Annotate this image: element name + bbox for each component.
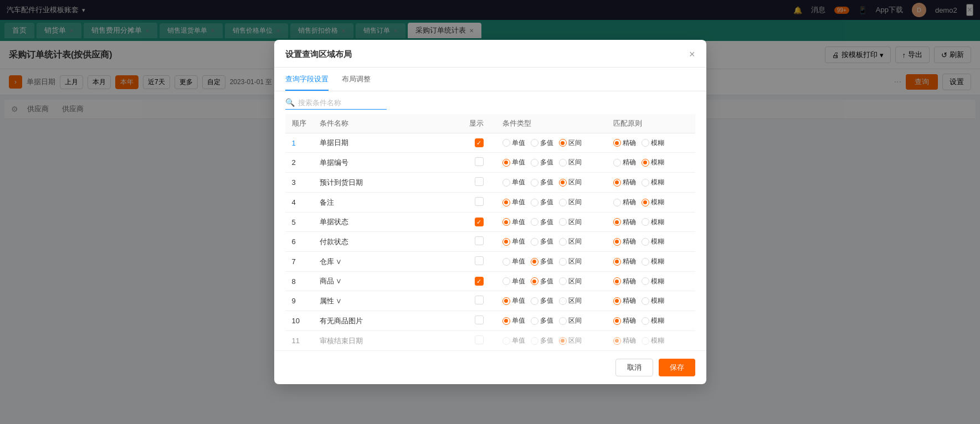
radio-match-fuzzy[interactable]: 模糊	[642, 277, 664, 286]
radio-type-range[interactable]: 区间	[559, 138, 582, 148]
radio-type-single[interactable]: 单值	[502, 277, 525, 286]
radio-match-exact[interactable]: 精确	[613, 138, 636, 148]
radio-type-multi[interactable]: 多值	[531, 218, 553, 227]
radio-type-range[interactable]: 区间	[559, 158, 582, 167]
radio-match-exact[interactable]: 精确	[613, 218, 636, 227]
radio-match-fuzzy[interactable]: 模糊	[642, 178, 664, 187]
radio-match-fuzzy[interactable]: 模糊	[642, 237, 664, 246]
display-checkbox[interactable]	[475, 296, 484, 304]
radio-match-fuzzy[interactable]: 模糊	[642, 257, 664, 266]
cell-display[interactable]	[463, 331, 496, 351]
radio-type-range[interactable]: 区间	[559, 316, 582, 325]
th-type: 条件类型	[496, 114, 607, 133]
cell-display[interactable]	[463, 173, 496, 193]
cell-display[interactable]	[463, 133, 496, 153]
radio-type-range[interactable]: 区间	[559, 198, 582, 207]
cell-display[interactable]	[463, 291, 496, 311]
cell-display[interactable]	[463, 193, 496, 213]
tab-layout-adjust[interactable]: 布局调整	[342, 74, 371, 91]
display-checkbox[interactable]	[475, 277, 484, 286]
cell-type: 单值多值区间	[496, 193, 607, 213]
radio-type-single[interactable]: 单值	[502, 237, 525, 246]
cell-order: 2	[285, 153, 313, 173]
radio-type-single[interactable]: 单值	[502, 158, 525, 167]
radio-type-range[interactable]: 区间	[559, 218, 582, 227]
display-checkbox[interactable]	[475, 316, 484, 324]
cell-match: 精确模糊	[607, 193, 695, 213]
radio-match-fuzzy[interactable]: 模糊	[642, 198, 664, 207]
display-checkbox[interactable]	[475, 256, 484, 265]
display-checkbox[interactable]	[475, 138, 484, 147]
radio-type-single[interactable]: 单值	[502, 138, 525, 148]
radio-circle-range	[559, 159, 567, 167]
cell-display[interactable]	[463, 252, 496, 272]
radio-type-multi[interactable]: 多值	[531, 336, 553, 345]
radio-match-exact[interactable]: 精确	[613, 158, 636, 167]
condition-search-input[interactable]	[298, 99, 387, 107]
radio-type-multi[interactable]: 多值	[531, 198, 553, 207]
display-checkbox[interactable]	[475, 197, 484, 206]
radio-type-single[interactable]: 单值	[502, 296, 525, 306]
radio-circle-match-fuzzy	[642, 317, 649, 325]
radio-type-range[interactable]: 区间	[559, 296, 582, 306]
radio-circle-range	[559, 139, 567, 147]
radio-type-range[interactable]: 区间	[559, 257, 582, 266]
radio-match-exact[interactable]: 精确	[613, 296, 636, 306]
radio-type-range[interactable]: 区间	[559, 336, 582, 345]
cancel-button[interactable]: 取消	[615, 359, 653, 376]
table-row: 11审核结束日期单值多值区间精确模糊	[285, 331, 695, 351]
display-checkbox[interactable]	[475, 218, 484, 226]
radio-circle-range	[559, 337, 567, 345]
radio-type-single[interactable]: 单值	[502, 257, 525, 266]
radio-match-fuzzy[interactable]: 模糊	[642, 158, 664, 167]
radio-type-range[interactable]: 区间	[559, 277, 582, 286]
radio-type-multi[interactable]: 多值	[531, 257, 553, 266]
cell-display[interactable]	[463, 311, 496, 331]
cell-display[interactable]	[463, 153, 496, 173]
radio-type-single[interactable]: 单值	[502, 316, 525, 325]
radio-type-multi[interactable]: 多值	[531, 158, 553, 167]
radio-type-single[interactable]: 单值	[502, 178, 525, 187]
display-checkbox[interactable]	[475, 236, 484, 245]
radio-type-multi[interactable]: 多值	[531, 237, 553, 246]
display-checkbox[interactable]	[475, 157, 484, 166]
cell-name: 单据编号	[313, 153, 463, 173]
radio-type-single[interactable]: 单值	[502, 336, 525, 345]
radio-match-exact[interactable]: 精确	[613, 178, 636, 187]
radio-match-fuzzy[interactable]: 模糊	[642, 296, 664, 306]
cell-display[interactable]	[463, 232, 496, 252]
radio-type-single[interactable]: 单值	[502, 198, 525, 207]
radio-match-exact[interactable]: 精确	[613, 316, 636, 325]
display-checkbox[interactable]	[475, 177, 484, 186]
cell-display[interactable]	[463, 272, 496, 291]
radio-match-exact[interactable]: 精确	[613, 237, 636, 246]
radio-match-fuzzy[interactable]: 模糊	[642, 336, 664, 345]
radio-match-fuzzy[interactable]: 模糊	[642, 316, 664, 325]
radio-type-multi[interactable]: 多值	[531, 138, 553, 148]
radio-circle-range	[559, 317, 567, 325]
radio-match-exact[interactable]: 精确	[613, 277, 636, 286]
cell-name: 有无商品图片	[313, 311, 463, 331]
radio-match-fuzzy[interactable]: 模糊	[642, 138, 664, 148]
radio-circle-single	[502, 297, 510, 305]
table-row: 8商品 ∨单值多值区间精确模糊	[285, 272, 695, 291]
radio-match-exact[interactable]: 精确	[613, 257, 636, 266]
modal-close-button[interactable]: ×	[689, 49, 695, 60]
radio-type-range[interactable]: 区间	[559, 178, 582, 187]
tab-query-fields[interactable]: 查询字段设置	[285, 74, 329, 91]
save-button[interactable]: 保存	[659, 359, 695, 376]
radio-match-fuzzy[interactable]: 模糊	[642, 218, 664, 227]
radio-type-multi[interactable]: 多值	[531, 178, 553, 187]
radio-circle-multi	[531, 317, 538, 325]
radio-match-exact[interactable]: 精确	[613, 336, 636, 345]
radio-type-multi[interactable]: 多值	[531, 316, 553, 325]
cell-match: 精确模糊	[607, 291, 695, 311]
radio-type-multi[interactable]: 多值	[531, 277, 553, 286]
radio-type-single[interactable]: 单值	[502, 218, 525, 227]
table-row: 1单据日期单值多值区间精确模糊	[285, 133, 695, 153]
radio-match-exact[interactable]: 精确	[613, 198, 636, 207]
display-checkbox[interactable]	[475, 335, 484, 344]
cell-display[interactable]	[463, 213, 496, 232]
radio-type-multi[interactable]: 多值	[531, 296, 553, 306]
radio-type-range[interactable]: 区间	[559, 237, 582, 246]
